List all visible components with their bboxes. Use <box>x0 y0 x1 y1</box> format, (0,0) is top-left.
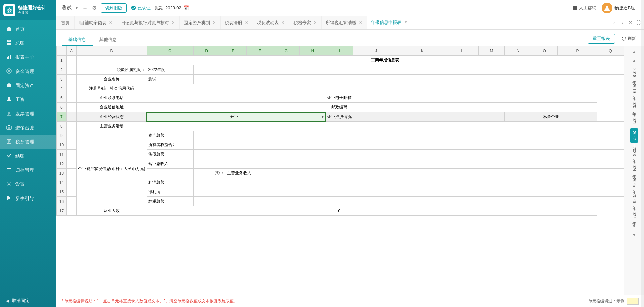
year-item-2025[interactable]: 2025年 <box>630 175 638 190</box>
col-header-C[interactable]: C <box>147 46 193 56</box>
sidebar-item-tax[interactable]: 税务管理 <box>0 135 56 149</box>
cell-14-D[interactable] <box>193 178 624 187</box>
cell-4-B[interactable]: 注册号/统一社会信用代码 <box>76 84 147 93</box>
cell-10-D[interactable] <box>193 140 624 150</box>
tab-aux[interactable]: t目辅助余额表 ✕ <box>75 16 117 29</box>
sidebar-item-archive[interactable]: 归档管理 <box>0 163 56 177</box>
cell-9-D[interactable] <box>193 131 624 140</box>
tab-bank[interactable]: 日记账与银行对账单核对 ✕ <box>117 16 180 29</box>
sidebar-item-assets[interactable]: 固定资产 <box>0 79 56 93</box>
cell-7-J[interactable]: 企业控股情况 <box>326 112 353 122</box>
spreadsheet-container[interactable]: A B C D E F G H I J K L <box>56 46 624 295</box>
col-header-B[interactable]: B <box>76 46 147 56</box>
tab-income-tax-close-icon[interactable]: ✕ <box>358 20 363 25</box>
year-item-2018[interactable]: 2018年 <box>630 65 638 80</box>
year-item-2024[interactable]: 2024年 <box>630 160 638 174</box>
cell-6-A[interactable] <box>66 103 76 112</box>
cell-15-D[interactable] <box>193 187 624 197</box>
cell-3-rest[interactable] <box>193 75 624 84</box>
tab-aux-close-icon[interactable]: ✕ <box>108 20 113 25</box>
col-header-I[interactable]: I <box>326 46 353 56</box>
cell-12-A[interactable] <box>66 159 76 169</box>
cell-8-C[interactable] <box>147 122 624 131</box>
topbar-settings-icon[interactable]: ⚙ <box>92 5 97 11</box>
unpin-button[interactable]: ◀ 取消固定 <box>0 294 56 307</box>
sidebar-item-settings[interactable]: 设置 <box>0 177 56 191</box>
tab-annual-report-close-icon[interactable]: ✕ <box>404 20 408 25</box>
cell-8-A[interactable] <box>66 122 76 131</box>
sidebar-item-funds[interactable]: ¥ 资金管理 <box>0 64 56 79</box>
cell-7-K[interactable] <box>353 112 504 122</box>
col-header-O[interactable]: O <box>531 46 558 56</box>
cell-14-A[interactable] <box>66 178 76 187</box>
col-header-J[interactable]: J <box>353 46 399 56</box>
sidebar-item-guide[interactable]: 新手引导 <box>0 191 56 206</box>
cell-13-G[interactable] <box>273 169 624 178</box>
cell-2-C[interactable]: 2022年度 <box>147 65 193 75</box>
tab-asset-type[interactable]: 固定资产类别 ✕ <box>180 16 221 29</box>
cell-17-J[interactable]: 0 <box>326 206 353 216</box>
cell-8-B[interactable]: 主营业务活动 <box>76 122 147 131</box>
col-header-P[interactable]: P <box>558 46 597 56</box>
cell-17-B[interactable]: 从业人数 <box>76 206 147 216</box>
sidebar-item-inventory[interactable]: 进销台账 <box>0 121 56 135</box>
sidebar-item-ledger[interactable]: 总账 <box>0 36 56 50</box>
cell-10-C[interactable]: 所有者权益合计 <box>147 140 193 150</box>
tab-home[interactable]: 首页 <box>56 16 75 29</box>
cell-2-rest[interactable] <box>193 65 624 75</box>
tab-prev-button[interactable]: ‹ <box>610 19 618 27</box>
title-dropdown-icon[interactable]: ▾ <box>76 6 78 10</box>
calendar-icon[interactable]: 📅 <box>183 5 189 10</box>
cell-9-A[interactable] <box>66 131 76 140</box>
tab-tax-list-close-icon[interactable]: ✕ <box>244 20 249 25</box>
cell-7-P[interactable]: 私营企业 <box>505 112 597 122</box>
col-header-N[interactable]: N <box>505 46 531 56</box>
cell-13-A[interactable] <box>66 169 76 178</box>
col-header-H[interactable]: H <box>300 46 326 56</box>
reset-button[interactable]: 重置报表 <box>588 34 615 44</box>
sidebar-item-salary[interactable]: 工资 <box>0 93 56 107</box>
cell-17-C[interactable] <box>147 206 326 216</box>
cell-17-K[interactable] <box>353 206 597 216</box>
cell-6-B[interactable]: 企业通信地址 <box>76 103 147 112</box>
col-header-Q[interactable]: Q <box>597 46 624 56</box>
year-scroll-up2-icon[interactable]: ▲ <box>630 57 639 64</box>
dropdown-arrow-icon[interactable]: ▼ <box>321 115 324 119</box>
cell-11-D[interactable] <box>193 150 624 159</box>
col-header-G[interactable]: G <box>273 46 300 56</box>
cell-11-A[interactable] <box>66 150 76 159</box>
cell-7-C[interactable]: 开业 ▼ <box>147 112 326 122</box>
cell-16-C[interactable]: 纳税总额 <box>147 197 193 206</box>
cell-9-C[interactable]: 资产总额 <box>147 131 193 140</box>
cell-7-B[interactable]: 企业经营状态 <box>76 112 147 122</box>
cell-2-A[interactable] <box>66 65 76 75</box>
col-header-D[interactable]: D <box>193 46 220 56</box>
cell-2-B[interactable]: 税款所属期间： <box>76 65 147 75</box>
tab-tax-check[interactable]: 税检专家 ✕ <box>289 16 322 29</box>
cell-14-C[interactable]: 利润总额 <box>147 178 193 187</box>
sidebar-item-invoice[interactable]: 发票管理 <box>0 107 56 121</box>
refresh-button[interactable]: 刷新 <box>619 34 639 43</box>
cell-9-B[interactable]: 企业资产状况信息(币种：人民币万元) <box>76 131 147 206</box>
sidebar-item-home[interactable]: 首页 <box>0 22 56 36</box>
cell-12-C[interactable]: 营业总收入 <box>147 159 193 169</box>
cell-title[interactable]: 工商年报信息表 <box>147 56 624 65</box>
year-item-2027[interactable]: 2027年 <box>630 207 638 221</box>
cell-12-D[interactable] <box>193 159 624 169</box>
year-item-2022[interactable]: 2022年 <box>630 128 638 143</box>
col-header-K[interactable]: K <box>399 46 445 56</box>
cell-5-A[interactable] <box>66 93 76 103</box>
tab-tax-wave[interactable]: 税负波动表 ✕ <box>253 16 289 29</box>
tab-fullscreen-button[interactable]: ⛶ <box>635 19 642 27</box>
tab-tax-check-close-icon[interactable]: ✕ <box>313 20 317 25</box>
cell-4-C[interactable] <box>147 84 624 93</box>
cell-1-B[interactable] <box>76 56 147 65</box>
sidebar-item-close[interactable]: 结账 <box>0 149 56 163</box>
tab-bank-close-icon[interactable]: ✕ <box>171 20 175 25</box>
tab-annual-report[interactable]: 年报信息申报表 ✕ <box>367 16 412 29</box>
year-item-2026[interactable]: 2026年 <box>630 191 638 206</box>
year-scroll-down2-icon[interactable]: ▼ <box>630 231 639 238</box>
inner-tab-basic[interactable]: 基础信息 <box>62 34 93 46</box>
col-header-E[interactable]: E <box>220 46 246 56</box>
service-button[interactable]: 人工咨询 <box>572 5 596 11</box>
